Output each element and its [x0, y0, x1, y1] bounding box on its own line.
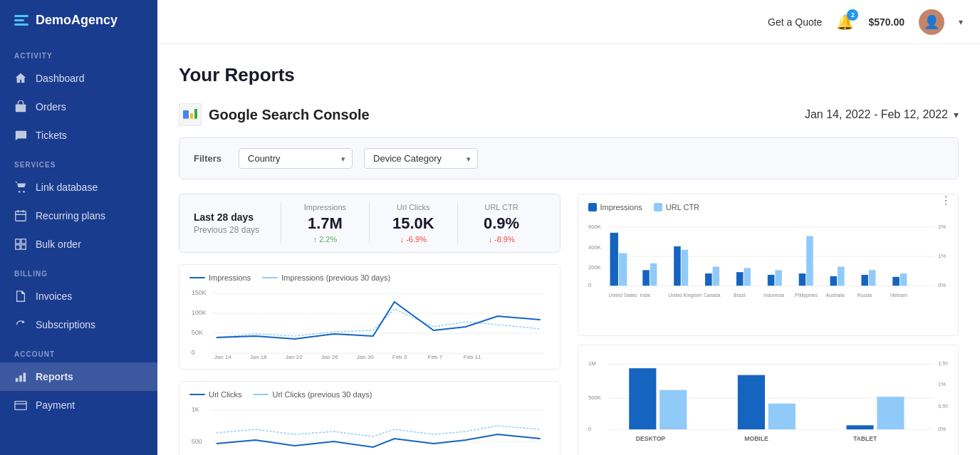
legend-impressions-prev: Impressions (previous 30 days): [262, 273, 390, 282]
sidebar-item-label: Bulk order: [36, 239, 81, 250]
stats-url-ctr: URL CTR 0.9% ↓ -8.9%: [457, 203, 546, 244]
svg-rect-98: [737, 375, 764, 429]
svg-text:1.5%: 1.5%: [938, 360, 948, 367]
svg-rect-96: [629, 368, 656, 429]
gsc-title: Google Search Console: [179, 103, 370, 126]
country-bar-chart: Impressions URL CTR 600K 400K 200K 0: [578, 194, 959, 336]
stats-period-sub: Previous 28 days: [194, 225, 259, 235]
legend-impressions-bar: Impressions: [588, 203, 642, 211]
svg-text:Indonesia: Indonesia: [763, 293, 784, 298]
svg-text:India: India: [640, 293, 650, 298]
sidebar-item-dashboard[interactable]: Dashboard: [0, 64, 157, 93]
chart2-legend: Url Clicks Url Clicks (previous 30 days): [189, 390, 550, 399]
country-select[interactable]: Country: [239, 148, 353, 169]
svg-text:Feb 11: Feb 11: [464, 354, 481, 360]
more-options-icon[interactable]: ⋮: [940, 194, 952, 207]
svg-point-1: [19, 191, 21, 193]
user-menu-chevron[interactable]: ▾: [959, 17, 963, 27]
svg-rect-62: [705, 273, 712, 286]
stats-url-clicks-change: ↓ -6.9%: [384, 235, 443, 244]
svg-rect-66: [767, 275, 774, 286]
filters-bar: Filters Country Device Category: [179, 137, 959, 179]
impressions-bar-square: [588, 203, 597, 211]
sidebar-item-orders[interactable]: Orders: [0, 93, 157, 121]
svg-rect-73: [868, 270, 875, 286]
svg-rect-0: [16, 104, 26, 112]
svg-text:Feb 3: Feb 3: [392, 354, 407, 360]
svg-rect-97: [660, 389, 687, 429]
svg-text:1K: 1K: [192, 406, 199, 413]
svg-rect-71: [838, 267, 845, 286]
device-category-select[interactable]: Device Category: [364, 148, 478, 169]
sidebar-item-invoices[interactable]: Invoices: [0, 282, 157, 310]
sidebar-item-link-database[interactable]: Link database: [0, 173, 157, 202]
svg-text:1%: 1%: [938, 253, 946, 259]
svg-rect-3: [16, 211, 26, 221]
gsc-date-text: Jan 14, 2022 - Feb 12, 2022: [805, 108, 948, 121]
svg-text:1%: 1%: [938, 380, 946, 387]
get-quote-link[interactable]: Get a Quote: [768, 16, 822, 28]
svg-text:Brazil: Brazil: [734, 293, 746, 298]
chat-icon: [14, 129, 27, 142]
impressions-line-chart: Impressions Impressions (previous 30 day…: [179, 264, 561, 370]
home-icon: [14, 72, 27, 85]
svg-text:Australia: Australia: [825, 293, 844, 298]
sidebar-item-payment[interactable]: Payment: [0, 391, 157, 419]
user-avatar[interactable]: 👤: [919, 9, 944, 35]
svg-rect-10: [24, 373, 26, 382]
main-area: Get a Quote 🔔 2 $570.00 👤 ▾ Your Reports…: [157, 0, 980, 455]
svg-text:Jan 26: Jan 26: [321, 354, 339, 360]
brand-logo[interactable]: DemoAgency: [0, 0, 157, 41]
svg-rect-14: [190, 113, 193, 119]
svg-text:0.5%: 0.5%: [938, 403, 948, 409]
svg-rect-15: [194, 109, 197, 119]
svg-text:Jan 18: Jan 18: [250, 354, 268, 360]
legend-impressions-prev-line: [262, 277, 278, 278]
svg-text:600K: 600K: [588, 224, 601, 230]
country-filter-wrap: Country: [239, 148, 353, 169]
section-activity: ACTIVITY: [0, 41, 157, 64]
sidebar-item-tickets[interactable]: Tickets: [0, 121, 157, 150]
svg-text:500: 500: [192, 438, 202, 445]
grid-icon: [14, 238, 27, 251]
svg-text:1M: 1M: [588, 360, 596, 367]
svg-text:Feb 7: Feb 7: [428, 354, 443, 360]
country-bar-svg: 600K 400K 200K 0 2% 1% 0%: [588, 217, 949, 303]
svg-text:TABLET: TABLET: [853, 435, 877, 442]
svg-text:50K: 50K: [192, 329, 203, 336]
svg-text:Jan 22: Jan 22: [286, 354, 303, 360]
legend-url-clicks-prev-line: [253, 394, 269, 395]
svg-rect-5: [21, 239, 26, 244]
sidebar-item-label: Link database: [36, 182, 98, 193]
impressions-bar-label: Impressions: [600, 203, 642, 211]
svg-rect-101: [877, 397, 904, 429]
sidebar-item-subscriptions[interactable]: Subscriptions: [0, 310, 157, 339]
gsc-date-range[interactable]: Jan 14, 2022 - Feb 12, 2022 ▾: [805, 108, 959, 121]
sidebar-item-label: Reports: [36, 371, 73, 382]
svg-text:Russia: Russia: [857, 293, 872, 298]
stats-impressions: Impressions 1.7M ↑ 2.2%: [281, 203, 369, 244]
svg-rect-72: [861, 275, 868, 286]
sidebar-item-bulk-order[interactable]: Bulk order: [0, 230, 157, 258]
charts-right: Impressions URL CTR 600K 400K 200K 0: [578, 194, 959, 455]
svg-rect-13: [183, 110, 189, 119]
stats-impressions-label: Impressions: [296, 203, 355, 211]
url-ctr-bar-label: URL CTR: [666, 203, 699, 211]
svg-rect-9: [19, 375, 22, 382]
legend-impressions-prev-label: Impressions (previous 30 days): [281, 273, 390, 282]
brand-name: DemoAgency: [36, 13, 118, 28]
sidebar-item-recurring-plans[interactable]: Recurring plans: [0, 202, 157, 230]
filters-label: Filters: [194, 153, 221, 164]
svg-text:MOBILE: MOBILE: [744, 435, 768, 442]
svg-text:Vietnam: Vietnam: [890, 293, 907, 298]
stats-impressions-change: ↑ 2.2%: [296, 235, 355, 244]
cart-icon: [14, 181, 27, 194]
notifications-bell[interactable]: 🔔 2: [836, 14, 854, 31]
legend-url-clicks: Url Clicks: [189, 390, 241, 399]
topbar: Get a Quote 🔔 2 $570.00 👤 ▾: [157, 0, 980, 44]
gsc-date-chevron: ▾: [954, 109, 959, 120]
stats-period: Last 28 days Previous 28 days: [194, 211, 259, 235]
svg-rect-63: [712, 267, 719, 286]
sidebar-item-reports[interactable]: Reports: [0, 362, 157, 391]
svg-text:400K: 400K: [588, 244, 601, 251]
